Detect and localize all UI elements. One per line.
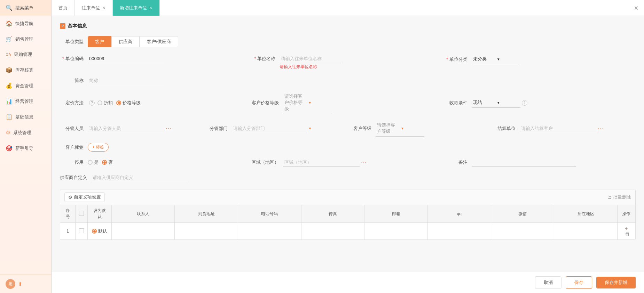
manager-more-btn[interactable]: ··· bbox=[164, 125, 173, 132]
window-close-button[interactable]: ✕ bbox=[634, 5, 638, 11]
short-name-input[interactable] bbox=[88, 76, 164, 85]
row-address-input[interactable] bbox=[178, 229, 234, 234]
add-row-button[interactable]: + bbox=[625, 226, 628, 231]
sidebar-label-guide: 新手引导 bbox=[15, 145, 33, 152]
add-tag-button[interactable]: + 标签 bbox=[88, 143, 109, 152]
region-input[interactable] bbox=[283, 158, 360, 167]
row-default-radio[interactable]: 默认 bbox=[91, 228, 108, 234]
department-input[interactable] bbox=[232, 124, 308, 133]
sidebar-item-basics[interactable]: 📋 基础信息 bbox=[0, 109, 51, 125]
row-email-input[interactable] bbox=[368, 229, 424, 234]
form-row-6: 停用 是 否 区域（地区） ··· 备注 bbox=[60, 158, 636, 167]
section-icon: P bbox=[60, 23, 65, 29]
row-select-checkbox[interactable] bbox=[79, 228, 84, 233]
row-phone[interactable] bbox=[238, 223, 301, 240]
home-icon: 🏠 bbox=[6, 20, 13, 27]
tab-counterparty[interactable]: 往来单位 ✕ bbox=[75, 0, 113, 16]
row-region-input[interactable] bbox=[558, 229, 614, 234]
sidebar-item-inventory[interactable]: 📦 库存核算 bbox=[0, 62, 51, 78]
region-more-btn[interactable]: ··· bbox=[360, 159, 368, 165]
settlement-unit-input[interactable] bbox=[520, 124, 596, 133]
row-wechat-input[interactable] bbox=[495, 229, 551, 234]
notes-input[interactable] bbox=[472, 158, 576, 167]
row-phone-input[interactable] bbox=[242, 229, 298, 234]
radio-discount[interactable]: 折扣 bbox=[97, 100, 113, 106]
col-default: 设为默认 bbox=[88, 205, 111, 223]
unit-type-both[interactable]: 客户/供应商 bbox=[140, 36, 178, 47]
col-region: 所在地区 bbox=[554, 205, 618, 223]
sidebar-label-system: 系统管理 bbox=[13, 130, 31, 136]
pricing-help-icon[interactable]: ? bbox=[89, 100, 95, 106]
sidebar-item-operations[interactable]: 📊 经营管理 bbox=[0, 93, 51, 109]
radio-no-label: 否 bbox=[108, 159, 113, 165]
radio-grade[interactable]: 价格等级 bbox=[116, 100, 141, 106]
batch-delete-button[interactable]: 🗂 批量删除 bbox=[607, 194, 631, 200]
customer-price-select[interactable]: 请选择客户价格等级 ▼ bbox=[283, 91, 332, 114]
pricing-method-label: 定价方法 bbox=[60, 100, 88, 106]
search-icon: 🔍 bbox=[6, 5, 13, 11]
unit-name-input[interactable] bbox=[280, 54, 341, 63]
sidebar-item-quicknav[interactable]: 🏠 快捷导航 bbox=[0, 16, 51, 31]
tab-home-label: 首页 bbox=[58, 5, 68, 11]
row-default-label: 默认 bbox=[98, 228, 107, 234]
row-default-circle bbox=[92, 229, 97, 234]
unit-category-field: 单位分类 未分类 ▼ bbox=[444, 54, 636, 64]
batch-delete-icon: 🗂 bbox=[607, 195, 612, 200]
tab-home[interactable]: 首页 bbox=[52, 0, 75, 16]
row-contact-input[interactable] bbox=[115, 229, 171, 234]
row-qq[interactable] bbox=[427, 223, 491, 240]
sidebar-item-guide[interactable]: 🎯 新手引导 bbox=[0, 140, 51, 156]
payment-condition-arrow: ▼ bbox=[497, 101, 519, 105]
sidebar-item-sales[interactable]: 🛒 销售管理 bbox=[0, 31, 51, 47]
settings-icon: ⚙ bbox=[68, 195, 72, 200]
short-name-field: 简称 bbox=[60, 76, 636, 85]
row-email[interactable] bbox=[364, 223, 428, 240]
row-fax[interactable] bbox=[301, 223, 364, 240]
pricing-method-field: 定价方法 ? 折扣 价格等级 bbox=[60, 100, 252, 106]
tab-new-counterparty-close[interactable]: ✕ bbox=[149, 6, 152, 10]
save-and-new-button[interactable]: 保存并新增 bbox=[596, 277, 636, 288]
row-contact[interactable] bbox=[111, 223, 175, 240]
settings-button[interactable]: ⚙ 自定义项设置 bbox=[64, 192, 105, 202]
unit-name-error: 请输入往来单位名称 bbox=[280, 64, 317, 70]
table-row: 1 默认 bbox=[60, 223, 635, 240]
disabled-label: 停用 bbox=[60, 159, 88, 165]
sidebar-item-search[interactable]: 🔍 搜索菜单 bbox=[0, 0, 51, 16]
radio-disabled-yes[interactable]: 是 bbox=[88, 159, 99, 165]
form-area: P 基本信息 单位类型 客户 供应商 客户/供应商 单位编码 单位名称 请输入往… bbox=[52, 16, 644, 272]
settlement-unit-more-btn[interactable]: ··· bbox=[596, 125, 605, 132]
unit-code-input[interactable] bbox=[88, 54, 164, 63]
row-qq-input[interactable] bbox=[431, 229, 487, 234]
customer-level-select[interactable]: 请选择客户等级 ▼ bbox=[376, 120, 424, 137]
payment-help-icon[interactable]: ? bbox=[522, 100, 527, 106]
manager-input[interactable] bbox=[88, 124, 164, 133]
sidebar-item-system[interactable]: ⚙ 系统管理 bbox=[0, 125, 51, 140]
settings-btn-label: 自定义项设置 bbox=[74, 194, 101, 200]
row-wechat[interactable] bbox=[491, 223, 554, 240]
payment-condition-select[interactable]: 现结 ▼ bbox=[472, 98, 520, 108]
radio-discount-label: 折扣 bbox=[104, 100, 113, 106]
tab-counterparty-close[interactable]: ✕ bbox=[102, 6, 105, 10]
row-region[interactable] bbox=[554, 223, 618, 240]
row-address[interactable] bbox=[175, 223, 238, 240]
row-fax-input[interactable] bbox=[305, 229, 361, 234]
sidebar-item-finance[interactable]: 💰 资金管理 bbox=[0, 78, 51, 93]
cancel-button[interactable]: 取消 bbox=[535, 276, 561, 289]
supplier-custom-input[interactable] bbox=[91, 173, 189, 182]
sidebar-item-purchase[interactable]: 🛍 采购管理 bbox=[0, 47, 51, 62]
row-checkbox bbox=[76, 223, 88, 240]
unit-category-select[interactable]: 未分类 ▼ bbox=[472, 54, 520, 64]
tab-new-counterparty[interactable]: 新增往来单位 ✕ bbox=[113, 0, 160, 16]
region-label: 区域（地区） bbox=[252, 159, 283, 165]
save-button[interactable]: 保存 bbox=[566, 276, 592, 289]
radio-grade-circle bbox=[116, 100, 121, 105]
unit-type-supplier[interactable]: 供应商 bbox=[111, 36, 140, 47]
radio-disabled-no[interactable]: 否 bbox=[102, 159, 113, 165]
select-all-checkbox[interactable] bbox=[79, 211, 84, 216]
purchase-icon: 🛍 bbox=[6, 51, 11, 58]
payment-condition-label: 收款条件 bbox=[444, 100, 472, 106]
unit-type-customer[interactable]: 客户 bbox=[88, 36, 111, 47]
delete-row-button[interactable]: 🗑 bbox=[625, 231, 630, 237]
main-content: 首页 往来单位 ✕ 新增往来单位 ✕ ✕ P 基本信息 单位类型 客户 供应商 … bbox=[52, 0, 644, 293]
form-row-3: 定价方法 ? 折扣 价格等级 客户价格等级 请选择客户价格等级 bbox=[60, 91, 636, 114]
